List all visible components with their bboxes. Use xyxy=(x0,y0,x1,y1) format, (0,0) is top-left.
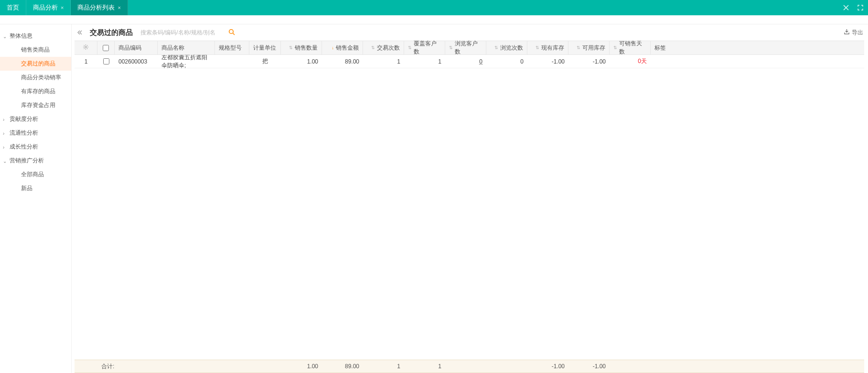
spacer xyxy=(0,15,868,24)
th-gear[interactable] xyxy=(75,41,97,54)
sidebar-item-category-turnover[interactable]: 商品分类动销率 xyxy=(0,71,71,85)
td-avail: -1.00 xyxy=(568,55,610,68)
td-cust: 1 xyxy=(404,55,445,68)
td-unit: 把 xyxy=(249,55,281,68)
close-icon[interactable]: × xyxy=(61,5,64,11)
th-name[interactable]: 商品名称 xyxy=(158,41,215,54)
th-unit[interactable]: 计量单位 xyxy=(249,41,281,54)
td-name: 左都胶囊五折遮阳伞防晒伞; xyxy=(158,55,215,68)
export-button[interactable]: 导出 xyxy=(844,29,863,37)
th-txn[interactable]: 交易次数 xyxy=(363,41,404,54)
close-all-icon[interactable] xyxy=(841,3,851,12)
th-cust[interactable]: 覆盖客户数 xyxy=(404,41,445,54)
table-header: 商品编码 商品名称 规格型号 计量单位 销售数量 销售金额 交易次数 覆盖客户数… xyxy=(75,41,864,55)
tf-label: 合计: xyxy=(97,360,158,373)
th-tag[interactable]: 标签 xyxy=(651,41,864,54)
close-icon[interactable]: × xyxy=(118,5,120,11)
tab-product-analysis[interactable]: 商品分析 × xyxy=(26,0,71,15)
vcust-link[interactable]: 0 xyxy=(479,58,482,65)
th-vcust[interactable]: 浏览客户数 xyxy=(445,41,486,54)
th-days[interactable]: 可销售天数 xyxy=(610,41,651,54)
tab-label: 商品分析列表 xyxy=(77,3,115,12)
tf-spec xyxy=(215,360,249,373)
sidebar-item-all-products[interactable]: 全部商品 xyxy=(0,168,71,181)
th-label: 浏览客户数 xyxy=(455,40,482,56)
th-qty[interactable]: 销售数量 xyxy=(281,41,322,54)
th-label: 销售数量 xyxy=(295,44,318,52)
sidebar-item-traded-products[interactable]: 交易过的商品 xyxy=(0,57,71,71)
side-group-title-circulation[interactable]: › 流通性分析 xyxy=(0,126,71,140)
th-label: 覆盖客户数 xyxy=(414,40,441,56)
data-table: 商品编码 商品名称 规格型号 计量单位 销售数量 销售金额 交易次数 覆盖客户数… xyxy=(75,41,864,373)
tab-product-analysis-list[interactable]: 商品分析列表 × xyxy=(71,0,128,15)
td-checkbox[interactable] xyxy=(97,55,115,68)
select-all-checkbox[interactable] xyxy=(103,45,109,51)
page-title: 交易过的商品 xyxy=(90,28,133,37)
side-group-overall: ⌄ 整体信息 销售类商品 交易过的商品 商品分类动销率 有库存的商品 库存资金占… xyxy=(0,29,71,112)
app-root: 首页 商品分析 × 商品分析列表 × ⌄ 整体信息 xyxy=(0,0,868,373)
content-header: 交易过的商品 导出 xyxy=(75,24,868,41)
sidebar-item-sales-products[interactable]: 销售类商品 xyxy=(0,43,71,57)
tf-tag xyxy=(651,360,864,373)
tf-cust: 1 xyxy=(404,360,445,373)
side-group-title-marketing[interactable]: ⌄ 营销推广分析 xyxy=(0,154,71,168)
tf-views xyxy=(486,360,527,373)
side-group-marketing: ⌄ 营销推广分析 全部商品 新品 xyxy=(0,154,71,195)
th-spec[interactable]: 规格型号 xyxy=(215,41,249,54)
th-checkbox[interactable] xyxy=(97,41,115,54)
th-code[interactable]: 商品编码 xyxy=(115,41,158,54)
sidebar-item-inventory-capital[interactable]: 库存资金占用 xyxy=(0,98,71,112)
tf-vcust xyxy=(445,360,486,373)
tabbar-right-actions xyxy=(841,0,865,15)
content: 交易过的商品 导出 xyxy=(72,24,868,373)
side-group-label: 营销推广分析 xyxy=(10,157,44,165)
chevron-right-icon: › xyxy=(3,117,4,122)
search-input[interactable] xyxy=(140,27,226,38)
th-label: 交易次数 xyxy=(377,44,400,52)
tf-avail: -1.00 xyxy=(568,360,610,373)
td-stock: -1.00 xyxy=(527,55,568,68)
th-views[interactable]: 浏览次数 xyxy=(486,41,527,54)
tf-unit xyxy=(249,360,281,373)
tf-name xyxy=(158,360,215,373)
side-group-label: 整体信息 xyxy=(10,32,32,40)
sidebar-item-stocked-products[interactable]: 有库存的商品 xyxy=(0,85,71,98)
tab-label: 首页 xyxy=(7,3,19,12)
th-avail[interactable]: 可用库存 xyxy=(568,41,610,54)
chevron-down-icon: ⌄ xyxy=(3,158,7,163)
tab-label: 商品分析 xyxy=(33,3,58,12)
row-checkbox[interactable] xyxy=(103,58,109,64)
td-idx: 1 xyxy=(75,55,97,68)
td-spec xyxy=(215,55,249,68)
side-group-title-growth[interactable]: › 成长性分析 xyxy=(0,140,71,154)
table-footer: 合计: 1.00 89.00 1 1 -1.00 -1.00 xyxy=(75,360,864,373)
td-code: 002600003 xyxy=(115,55,158,68)
tf-spacer xyxy=(75,360,97,373)
td-tag xyxy=(651,55,864,68)
export-icon xyxy=(844,29,850,36)
side-group-title-overall[interactable]: ⌄ 整体信息 xyxy=(0,29,71,43)
search-icon[interactable] xyxy=(228,29,235,37)
main-area: ⌄ 整体信息 销售类商品 交易过的商品 商品分类动销率 有库存的商品 库存资金占… xyxy=(0,24,868,373)
td-vcust[interactable]: 0 xyxy=(445,55,486,68)
tab-home[interactable]: 首页 xyxy=(0,0,26,15)
side-group-title-contribution[interactable]: › 贡献度分析 xyxy=(0,112,71,126)
td-days: 0天 xyxy=(610,55,651,68)
gear-icon xyxy=(83,44,89,52)
th-amt[interactable]: 销售金额 xyxy=(322,41,363,54)
table-body: 1 002600003 左都胶囊五折遮阳伞防晒伞; 把 1.00 89.00 1… xyxy=(75,55,864,360)
tf-qty: 1.00 xyxy=(281,360,322,373)
table-row[interactable]: 1 002600003 左都胶囊五折遮阳伞防晒伞; 把 1.00 89.00 1… xyxy=(75,55,864,68)
th-label: 销售金额 xyxy=(336,44,359,52)
th-label: 可用库存 xyxy=(582,44,605,52)
fullscreen-icon[interactable] xyxy=(856,3,865,12)
sidebar-collapse-button[interactable] xyxy=(75,28,84,37)
svg-point-1 xyxy=(85,46,87,48)
th-label: 可销售天数 xyxy=(619,40,646,56)
sidebar-item-new-products[interactable]: 新品 xyxy=(0,181,71,195)
side-group-label: 流通性分析 xyxy=(10,129,38,137)
th-stock[interactable]: 现有库存 xyxy=(527,41,568,54)
tab-bar: 首页 商品分析 × 商品分析列表 × xyxy=(0,0,868,15)
th-label: 浏览次数 xyxy=(500,44,523,52)
side-group-label: 成长性分析 xyxy=(10,143,38,151)
